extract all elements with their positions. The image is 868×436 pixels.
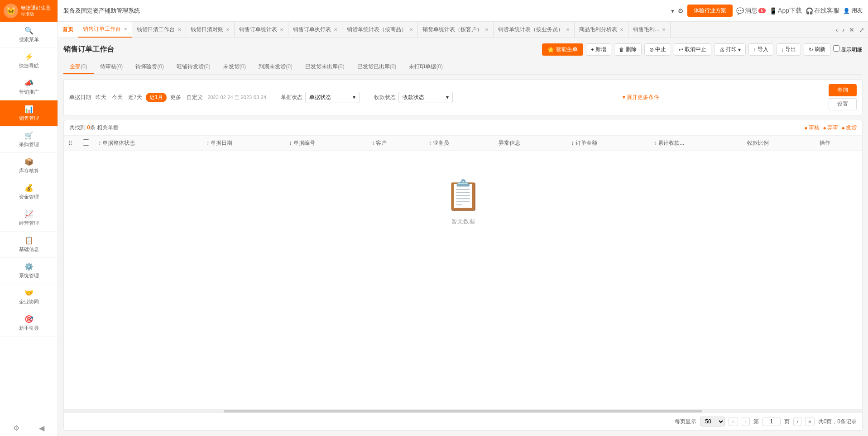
tab-4[interactable]: 销售订单统计表✕ (235, 22, 288, 38)
smart-generate-btn[interactable]: ⭐ 智能生单 (542, 43, 583, 56)
tab-scroll-right-btn[interactable]: › (840, 25, 846, 34)
scrollbar-thumb[interactable] (224, 410, 703, 412)
refresh-btn[interactable]: ↻ 刷新 (804, 43, 830, 56)
tab-close-all-btn[interactable]: ✕ (847, 25, 856, 34)
audit-btn[interactable]: ● 审核 (804, 124, 819, 132)
sidebar-item-10[interactable]: 🤝企业协同 (0, 284, 58, 310)
payment-status-select[interactable]: 收款状态 ▾ (398, 92, 453, 103)
message-btn[interactable]: 💬 消息 6 (736, 7, 766, 15)
tab-close-9[interactable]: ✕ (620, 27, 623, 32)
online-service-btn[interactable]: 🎧 在线客服 (806, 7, 839, 15)
expand-filter-btn[interactable]: ▾ 展开更多条件 (623, 94, 659, 101)
reject-btn[interactable]: ● 弃审 (823, 124, 838, 132)
filter-tab-6[interactable]: 已发货未出库(0) (299, 60, 351, 74)
sidebar-item-2[interactable]: 📣营销推广 (0, 74, 58, 100)
horizontal-scrollbar[interactable] (64, 409, 862, 412)
tab-close-6[interactable]: ✕ (409, 27, 413, 32)
table-header-amount[interactable]: ↕ 订单金额 (566, 136, 649, 151)
tab-2[interactable]: 钱货日清工作台✕ (132, 22, 186, 38)
filter-tab-0[interactable]: 全部(0) (63, 60, 94, 74)
date-preset-btn-4[interactable]: 更多 (168, 93, 183, 102)
tab-close-8[interactable]: ✕ (566, 27, 570, 32)
show-detail-checkbox[interactable] (833, 45, 839, 52)
tab-close-4[interactable]: ✕ (280, 27, 283, 32)
date-preset-btn-2[interactable]: 近7天 (126, 93, 144, 102)
sidebar-item-9[interactable]: ⚙️系统管理 (0, 258, 58, 284)
per-page-select[interactable]: 50 10 20 100 (700, 417, 725, 427)
table-header-salesman[interactable]: ↕ 业务员 (424, 136, 494, 151)
page-prev-btn[interactable]: ‹ (742, 417, 750, 426)
tab-maximize-btn[interactable]: ⤢ (857, 25, 866, 34)
user-menu[interactable]: 👤 用友 (843, 7, 863, 14)
table-header-status[interactable]: ↕ 单据整体状态 (94, 136, 202, 151)
tab-0[interactable]: 首页 (58, 22, 78, 38)
delete-btn[interactable]: 🗑 删除 (614, 43, 642, 56)
tab-6[interactable]: 销货单统计表（按商品）✕ (342, 22, 418, 38)
tab-9[interactable]: 商品毛利分析表✕ (575, 22, 628, 38)
settings-footer-btn[interactable]: ⚙ (13, 424, 19, 432)
sidebar-item-7[interactable]: 📈经营管理 (0, 205, 58, 232)
import-btn[interactable]: ↑ 导入 (748, 43, 773, 56)
topbar-actions: 💬 消息 6 📱 App下载 🎧 在线客服 👤 用友 (736, 7, 863, 15)
filter-tab-8[interactable]: 未打印单据(0) (403, 60, 449, 74)
page-input[interactable] (762, 417, 781, 426)
payment-status-dropdown-icon: ▾ (446, 94, 449, 100)
tab-close-7[interactable]: ✕ (485, 27, 489, 32)
date-preset-btn-5[interactable]: 自定义 (185, 93, 205, 102)
tab-3[interactable]: 钱货日清对账✕ (186, 22, 235, 38)
date-preset-btn-3[interactable]: 近1月 (146, 93, 167, 102)
bill-status-select[interactable]: 单据状态 ▾ (305, 92, 360, 103)
export-btn[interactable]: ↓ 导出 (776, 43, 801, 56)
filter-tab-7[interactable]: 已发货已出库(0) (351, 60, 403, 74)
tab-scroll-left-btn[interactable]: ‹ (834, 25, 840, 34)
collapse-sidebar-btn[interactable]: ◀ (39, 424, 44, 432)
tab-close-5[interactable]: ✕ (334, 27, 337, 32)
stop-btn[interactable]: ⊘ 中止 (644, 43, 671, 56)
setting-btn[interactable]: 设置 (829, 98, 857, 110)
sidebar-item-11[interactable]: 🎯新手引导 (0, 310, 58, 336)
sidebar-item-0[interactable]: 🔍搜索菜单 (0, 22, 58, 48)
settings-btn[interactable]: ⚙ (678, 7, 684, 14)
filter-tab-5[interactable]: 到期未发货(0) (252, 60, 299, 74)
query-btn[interactable]: 查询 (829, 84, 857, 96)
table-header-number[interactable]: ↕ 单据编号 (284, 136, 367, 151)
tab-7[interactable]: 销货单统计表（按客户）✕ (418, 22, 494, 38)
filter-tab-1[interactable]: 待审核(0) (94, 60, 129, 74)
sidebar-label-8: 基础信息 (19, 246, 39, 253)
tab-5[interactable]: 销售订单执行表✕ (288, 22, 342, 38)
page-last-btn[interactable]: » (805, 417, 815, 426)
tab-8[interactable]: 销货单统计表（按业务员）✕ (494, 22, 575, 38)
tab-close-10[interactable]: ✕ (662, 27, 666, 32)
ship-btn[interactable]: ● 发货 (842, 124, 857, 132)
tab-close-3[interactable]: ✕ (226, 27, 230, 32)
filter-tab-2[interactable]: 待择验货(0) (129, 60, 170, 74)
sidebar-item-8[interactable]: 📋基础信息 (0, 232, 58, 258)
table-header-customer[interactable]: ↕ 客户 (367, 136, 424, 151)
sidebar-item-5[interactable]: 📦库存核算 (0, 153, 58, 179)
date-preset-btn-0[interactable]: 昨天 (94, 93, 108, 102)
tab-close-2[interactable]: ✕ (177, 27, 181, 32)
sidebar-item-3[interactable]: 📊销售管理 (0, 100, 58, 127)
cancel-stop-btn[interactable]: ↩ 取消中止 (674, 43, 711, 56)
print-btn[interactable]: 🖨 打印 ▾ (714, 43, 746, 56)
sidebar-item-4[interactable]: 🛒采购管理 (0, 127, 58, 153)
page-first-btn[interactable]: « (729, 417, 738, 426)
tab-10[interactable]: 销售毛利...✕ (628, 22, 671, 38)
app-download-btn[interactable]: 📱 App下载 (769, 7, 802, 15)
tab-close-1[interactable]: ✕ (124, 27, 127, 32)
dropdown-btn[interactable]: ▾ (671, 7, 674, 14)
select-all-checkbox[interactable] (83, 139, 89, 146)
table-header-date[interactable]: ↕ 单据日期 (202, 136, 284, 151)
industry-btn[interactable]: 体验行业方案 (687, 5, 733, 17)
system-title: 装备及固定资产辅助管理系统 (63, 7, 667, 15)
table-header-checkbox[interactable] (78, 136, 94, 151)
sidebar-item-6[interactable]: 💰资金管理 (0, 179, 58, 205)
page-next-btn[interactable]: › (793, 417, 801, 426)
add-btn[interactable]: + 新增 (586, 43, 611, 56)
filter-tab-4[interactable]: 未发货(0) (217, 60, 253, 74)
tab-1[interactable]: 销售订单工作台✕ (78, 22, 132, 38)
date-preset-btn-1[interactable]: 今天 (110, 93, 125, 102)
table-header-cumulative[interactable]: ↕ 累计收款... (649, 136, 743, 151)
sidebar-item-1[interactable]: ⚡快捷导航 (0, 48, 58, 74)
filter-tab-3[interactable]: 旺铺待发货(0) (170, 60, 217, 74)
